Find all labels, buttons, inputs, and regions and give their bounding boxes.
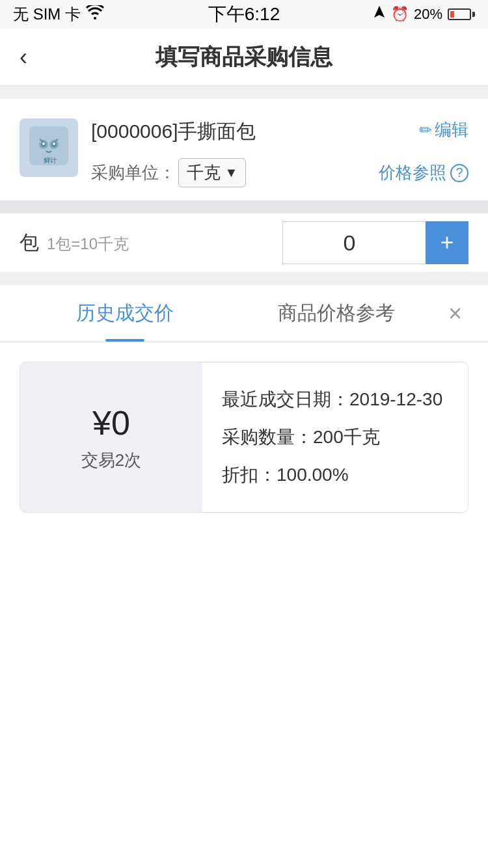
history-card-left: ¥0 交易2次 — [20, 362, 202, 512]
quantity-plus-button[interactable]: + — [426, 221, 468, 264]
unit-select[interactable]: 千克 ▼ — [178, 158, 246, 187]
svg-text:鲜计: 鲜计 — [43, 157, 57, 164]
history-card-right: 最近成交日期：2019-12-30 采购数量：200千克 折扣：100.00% — [202, 362, 468, 512]
unit-label-text: 采购单位： — [91, 163, 176, 182]
help-icon: ? — [450, 164, 468, 182]
history-price: ¥0 — [92, 403, 130, 442]
nav-bar: ‹ 填写商品采购信息 — [0, 29, 488, 86]
page-body — [0, 532, 488, 868]
svg-point-5 — [42, 142, 45, 145]
product-header: [0000006]手撕面包 ✏ 编辑 — [91, 118, 468, 145]
tab-history-price[interactable]: 历史成交价 — [20, 285, 230, 342]
battery-percent: 20% — [414, 6, 442, 23]
status-bar: 无 SIM 卡 下午6:12 ⏰ 20% — [0, 0, 488, 29]
gray-divider — [0, 200, 488, 213]
edit-button[interactable]: ✏ 编辑 — [419, 118, 468, 141]
quantity-conversion: 1包=10千克 — [47, 234, 129, 254]
history-discount: 折扣：100.00% — [222, 461, 448, 489]
quantity-row: 包 1包=10千克 + — [0, 213, 488, 272]
back-button[interactable]: ‹ — [20, 46, 27, 69]
history-trades: 交易2次 — [81, 449, 141, 472]
history-date: 最近成交日期：2019-12-30 — [222, 386, 448, 413]
status-time: 下午6:12 — [208, 2, 280, 27]
quantity-input[interactable] — [282, 221, 426, 264]
status-left: 无 SIM 卡 — [13, 4, 104, 25]
product-name: [0000006]手撕面包 — [91, 118, 256, 145]
quantity-unit: 包 — [20, 230, 39, 256]
quantity-label-group: 包 1包=10千克 — [20, 230, 129, 256]
tab-section: 历史成交价 商品价格参考 × ¥0 交易2次 最近成交日期：2019-12-30… — [0, 285, 488, 532]
product-logo-icon: 鲜计 — [29, 126, 68, 170]
tab-price-reference[interactable]: 商品价格参考 — [230, 285, 441, 342]
tab-header: 历史成交价 商品价格参考 × — [0, 285, 488, 342]
unit-value: 千克 — [187, 161, 221, 184]
gps-icon — [373, 5, 386, 24]
price-ref-label: 价格参照 — [379, 161, 446, 184]
alarm-icon: ⏰ — [391, 6, 409, 23]
quantity-input-group: + — [282, 221, 468, 264]
tab-close-button[interactable]: × — [442, 293, 468, 334]
status-right: ⏰ 20% — [373, 5, 475, 24]
unit-label-group: 采购单位： 千克 ▼ — [91, 158, 246, 187]
dropdown-icon: ▼ — [224, 165, 237, 180]
product-section: 鲜计 [0000006]手撕面包 ✏ 编辑 采购单位： 千克 ▼ 价格参照 ? — [0, 99, 488, 200]
history-quantity: 采购数量：200千克 — [222, 424, 448, 451]
price-ref-button[interactable]: 价格参照 ? — [379, 161, 468, 184]
battery-icon — [448, 8, 475, 20]
tab-price-ref-label: 商品价格参考 — [278, 300, 395, 327]
tab-history-label: 历史成交价 — [76, 300, 174, 327]
history-card: ¥0 交易2次 最近成交日期：2019-12-30 采购数量：200千克 折扣：… — [20, 362, 468, 513]
product-unit-row: 采购单位： 千克 ▼ 价格参照 ? — [91, 158, 468, 187]
svg-point-6 — [53, 142, 55, 145]
history-content: ¥0 交易2次 最近成交日期：2019-12-30 采购数量：200千克 折扣：… — [0, 342, 488, 532]
edit-icon: ✏ — [419, 121, 432, 139]
page-title: 填写商品采购信息 — [156, 42, 332, 72]
product-image: 鲜计 — [20, 118, 78, 177]
product-info: [0000006]手撕面包 ✏ 编辑 采购单位： 千克 ▼ 价格参照 ? — [91, 118, 468, 187]
tab-active-underline — [105, 339, 144, 342]
carrier-text: 无 SIM 卡 — [13, 4, 81, 25]
edit-label: 编辑 — [435, 118, 468, 141]
wifi-icon — [86, 5, 104, 23]
